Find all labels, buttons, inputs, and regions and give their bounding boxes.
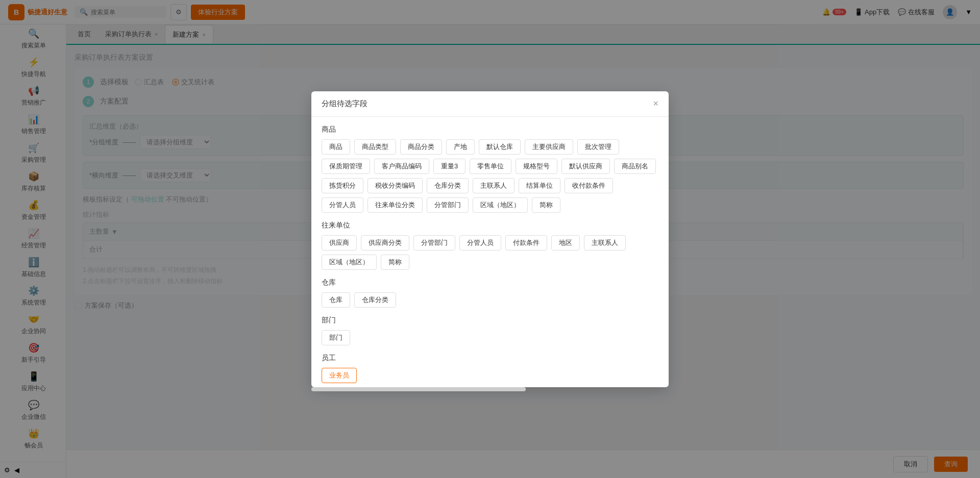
section-warehouse-title: 仓库 [322,278,658,287]
field-tag[interactable]: 付款条件 [505,235,547,250]
section-employee-title: 员工 [322,354,658,363]
field-tag[interactable]: 重量3 [433,159,465,174]
field-tag[interactable]: 仓库分类 [354,292,396,308]
field-tag[interactable]: 业务员 [322,368,357,383]
field-tag[interactable]: 产地 [446,139,475,155]
field-tag[interactable]: 分管部门 [427,197,469,213]
scrollbar-thumb [311,387,526,391]
partner-fields: 供应商 供应商分类 分管部门 分管人员 付款条件 地区 主联系人 区域（地区） … [322,235,658,270]
section-product-title: 商品 [322,125,658,134]
field-tag[interactable]: 仓库 [322,292,350,308]
field-tag[interactable]: 供应商分类 [361,235,409,250]
field-tag[interactable]: 拣货积分 [322,178,363,193]
field-tag[interactable]: 分管人员 [322,197,363,213]
field-tag[interactable]: 供应商 [322,235,357,250]
field-tag[interactable]: 简称 [381,255,409,270]
field-tag[interactable]: 地区 [551,235,580,250]
section-employee: 员工 业务员 [322,354,658,383]
field-tag[interactable]: 分管部门 [413,235,455,250]
field-tag[interactable]: 商品别名 [614,159,656,174]
section-warehouse: 仓库 仓库 仓库分类 [322,278,658,308]
modal-dialog: 分组待选字段 × 商品 商品 商品类型 商品分类 产地 默认仓库 主要供应商 批… [311,91,669,387]
section-department-title: 部门 [322,316,658,325]
warehouse-fields: 仓库 仓库分类 [322,292,658,308]
field-tag[interactable]: 默认仓库 [479,139,521,155]
modal-header: 分组待选字段 × [311,91,669,117]
field-tag[interactable]: 默认供应商 [561,159,610,174]
field-tag[interactable]: 客户商品编码 [374,159,429,174]
employee-fields: 业务员 [322,368,658,383]
modal-title: 分组待选字段 [322,99,368,109]
field-tag[interactable]: 区域（地区） [322,255,377,270]
field-tag[interactable]: 商品分类 [400,139,442,155]
field-tag[interactable]: 主联系人 [473,178,514,193]
field-tag[interactable]: 区域（地区） [473,197,528,213]
section-department: 部门 部门 [322,316,658,345]
field-tag[interactable]: 分管人员 [459,235,501,250]
field-tag[interactable]: 规格型号 [516,159,557,174]
field-tag[interactable]: 结算单位 [519,178,560,193]
modal-body[interactable]: 商品 商品 商品类型 商品分类 产地 默认仓库 主要供应商 批次管理 保质期管理… [311,117,669,387]
department-fields: 部门 [322,330,658,345]
field-tag[interactable]: 简称 [532,197,560,213]
modal-overlay: 分组待选字段 × 商品 商品 商品类型 商品分类 产地 默认仓库 主要供应商 批… [0,0,980,478]
field-tag[interactable]: 仓库分类 [427,178,469,193]
field-tag[interactable]: 税收分类编码 [368,178,423,193]
field-tag[interactable]: 往来单位分类 [368,197,423,213]
field-tag[interactable]: 商品类型 [354,139,396,155]
field-tag[interactable]: 部门 [322,330,350,345]
field-tag[interactable]: 商品 [322,139,350,155]
field-tag[interactable]: 零售单位 [470,159,511,174]
field-tag[interactable]: 收付款条件 [565,178,613,193]
product-fields: 商品 商品类型 商品分类 产地 默认仓库 主要供应商 批次管理 保质期管理 客户… [322,139,658,213]
section-product: 商品 商品 商品类型 商品分类 产地 默认仓库 主要供应商 批次管理 保质期管理… [322,125,658,213]
field-tag[interactable]: 主要供应商 [525,139,573,155]
modal-close-button[interactable]: × [653,98,658,109]
field-tag[interactable]: 保质期管理 [322,159,370,174]
field-tag[interactable]: 批次管理 [577,139,619,155]
section-partner-title: 往来单位 [322,221,658,230]
field-tag[interactable]: 主联系人 [584,235,626,250]
section-partner: 往来单位 供应商 供应商分类 分管部门 分管人员 付款条件 地区 主联系人 区域… [322,221,658,270]
